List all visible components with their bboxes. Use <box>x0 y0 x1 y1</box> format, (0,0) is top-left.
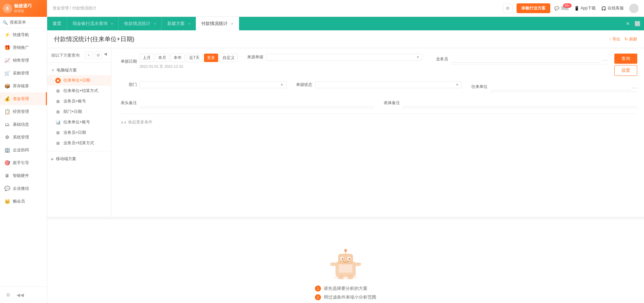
scheme-group-header-desktop[interactable]: ▼ 电脑端方案 <box>47 65 111 75</box>
tab-new-scheme[interactable]: 新建方案 × <box>162 17 196 30</box>
source-select[interactable]: ▼ <box>266 54 423 61</box>
export-label: 导出 <box>612 36 620 42</box>
sidebar: 6 畅捷通巧 标准版 🔍 搜索菜单 ⚡ 快捷导航 🎁 营销推广 📈 销售管理 🛒… <box>0 0 47 303</box>
user-avatar[interactable] <box>629 4 639 13</box>
body-note-input[interactable] <box>403 99 637 107</box>
tab-collection-stats-close[interactable]: × <box>154 22 156 26</box>
export-btn[interactable]: ↑ 导出 <box>609 36 620 42</box>
online-service-btn[interactable]: 🎧 在线客服 <box>601 5 624 11</box>
sidebar-item-basic-info[interactable]: 🗂 基础信息 <box>0 118 47 131</box>
filter-header-note-item: 表头备注 <box>118 97 374 108</box>
tab-home[interactable]: 首页 <box>47 17 67 30</box>
sidebar-item-hardware[interactable]: 🖥 智能硬件 <box>0 169 47 182</box>
scheme-item-unit-date[interactable]: 往来单位+日期 <box>47 75 111 86</box>
sidebar-item-enterprise[interactable]: 🏢 企业协同 <box>0 144 47 156</box>
unit-dots[interactable]: … <box>632 84 637 90</box>
search-label: 搜索菜单 <box>10 20 26 25</box>
app-download-label: App下载 <box>581 5 596 11</box>
sidebar-item-quick-nav[interactable]: ⚡ 快捷导航 <box>0 28 47 41</box>
refresh-btn[interactable]: ↻ 刷新 <box>624 36 637 42</box>
scheme-item-staff-account[interactable]: ⊞ 业务员+账号 <box>47 96 111 107</box>
set-button[interactable]: 设置 <box>614 65 637 76</box>
sidebar-item-sales[interactable]: 📈 销售管理 <box>0 54 47 67</box>
enterprise-icon: 🏢 <box>4 147 10 153</box>
filter-row-2: 部门 ▼ 单据状态 ▼ 往来单位 <box>118 81 637 92</box>
scheme-mobile-header[interactable]: ▶ 移动端方案 <box>47 154 111 164</box>
brand-name: 畅捷通巧 <box>14 3 32 9</box>
tab-bar: 首页 现金银行流水查询 × 收款情况统计 × 新建方案 × 付款情况统计 × ✕… <box>47 17 644 30</box>
scheme-item-unit-account[interactable]: 📊 往来单位+账号 <box>47 117 111 127</box>
collapse-sidebar-btn[interactable]: ◀◀ <box>16 290 25 300</box>
this-year-btn[interactable]: 本年 <box>171 54 185 62</box>
more-dates-btn[interactable]: 更多 <box>204 54 218 62</box>
date-section: 上月 本月 本年 近7天 更多 自定义 2022-01-01 至 2022-12… <box>140 54 238 69</box>
sidebar-item-weixin[interactable]: 💬 企业微信 <box>0 182 47 195</box>
sidebar-item-guide[interactable]: 🎯 新手引导 <box>0 156 47 169</box>
sidebar-footer: ⚙ ◀◀ <box>0 286 47 303</box>
scheme-panel-header: 按以下方案查询 + ⚙ ◀ <box>47 48 111 63</box>
sidebar-item-member[interactable]: 👑 畅会员 <box>0 195 47 208</box>
search-menu[interactable]: 🔍 搜索菜单 <box>0 17 47 28</box>
sidebar-item-system[interactable]: ⚙ 系统管理 <box>0 131 47 144</box>
settings-footer-btn[interactable]: ⚙ <box>3 290 13 300</box>
tab-new-scheme-close[interactable]: × <box>188 22 190 26</box>
filter-docstatus-item: 单据状态 ▼ <box>293 81 462 88</box>
breadcrumb: 资金管理 / 付款情况统计 <box>53 5 499 11</box>
dept-select[interactable]: ▼ <box>140 81 287 88</box>
scheme-item-staff-date[interactable]: ⊞ 业务员+日期 <box>47 127 111 138</box>
marketing-icon: 🎁 <box>4 44 10 51</box>
trial-button[interactable]: 体验行业方案 <box>517 3 550 13</box>
filter-row-1: 单据日期 上月 本月 本年 近7天 更多 自定义 2022-01-01 至 20… <box>118 54 637 76</box>
sidebar-item-marketing[interactable]: 🎁 营销推广 <box>0 41 47 54</box>
tab-new-scheme-label: 新建方案 <box>167 21 185 27</box>
bar-icon: 📊 <box>55 120 61 125</box>
scheme-item-label: 部门+日期 <box>63 109 82 115</box>
quick-nav-icon: ⚡ <box>4 32 10 38</box>
sidebar-item-label: 销售管理 <box>13 58 29 63</box>
header-settings-btn[interactable]: ⚙ <box>503 4 513 13</box>
scheme-item-staff-settle[interactable]: ⊞ 业务员+结算方式 <box>47 138 111 148</box>
step-num-1: 1 <box>315 285 321 292</box>
grid-icon-3: ⊞ <box>55 109 61 115</box>
this-month-btn[interactable]: 本月 <box>155 54 169 62</box>
tab-payment-stats-close[interactable]: × <box>231 22 233 26</box>
notifications-btn[interactable]: 💬 消息 99+ <box>554 5 569 11</box>
add-scheme-btn[interactable]: + <box>85 52 92 59</box>
tab-actions: ✕ ⬜ <box>621 20 644 28</box>
tab-collection-stats[interactable]: 收款情况统计 × <box>119 17 162 30</box>
last-month-btn[interactable]: 上月 <box>140 54 154 62</box>
filter-staff-item: 业务员 … <box>429 54 608 64</box>
scheme-item-unit-settle[interactable]: ⊞ 往来单位+结算方式 <box>47 86 111 96</box>
sidebar-item-label: 智能硬件 <box>13 173 29 179</box>
sidebar-item-inventory[interactable]: 📦 库存核算 <box>0 80 47 92</box>
service-icon: 🎧 <box>601 6 606 11</box>
scheme-desktop-group: ▼ 电脑端方案 往来单位+日期 ⊞ 往来单位+结算方式 ⊞ <box>47 63 111 151</box>
header-note-input[interactable] <box>140 99 374 107</box>
sidebar-item-purchase[interactable]: 🛒 采购管理 <box>0 67 47 80</box>
hardware-icon: 🖥 <box>4 173 10 179</box>
staff-input[interactable] <box>451 55 601 63</box>
scheme-item-dept-date[interactable]: ⊞ 部门+日期 <box>47 107 111 117</box>
query-button[interactable]: 查询 <box>614 54 637 64</box>
app-download-btn[interactable]: 📱 App下载 <box>574 5 596 11</box>
close-all-tabs-btn[interactable]: ✕ <box>624 20 632 28</box>
svg-rect-10 <box>330 263 336 266</box>
tab-payment-stats[interactable]: 付款情况统计 × <box>196 17 239 30</box>
sidebar-item-operations[interactable]: 📋 经营管理 <box>0 105 47 118</box>
refresh-icon: ↻ <box>624 37 628 41</box>
settings-scheme-btn[interactable]: ⚙ <box>94 52 102 59</box>
last-7-days-btn[interactable]: 近7天 <box>186 54 203 62</box>
expand-tab-btn[interactable]: ⬜ <box>633 20 641 28</box>
member-icon: 👑 <box>4 198 10 204</box>
collapse-scheme-btn[interactable]: ◀ <box>104 52 107 59</box>
custom-date-btn[interactable]: 自定义 <box>219 54 238 62</box>
staff-dots[interactable]: … <box>602 56 608 62</box>
sidebar-item-funds[interactable]: 💰 资金管理 <box>0 92 47 105</box>
tab-bank-flow-close[interactable]: × <box>111 22 113 26</box>
scheme-item-label: 往来单位+日期 <box>63 78 90 83</box>
tab-bank-flow[interactable]: 现金银行流水查询 × <box>67 17 119 30</box>
collapse-conditions-btn[interactable]: ∧∧ 收起更多条件 <box>118 117 155 128</box>
doc-status-select[interactable]: ▼ <box>315 81 462 88</box>
unit-input[interactable] <box>490 83 631 90</box>
purchase-icon: 🛒 <box>4 70 10 76</box>
